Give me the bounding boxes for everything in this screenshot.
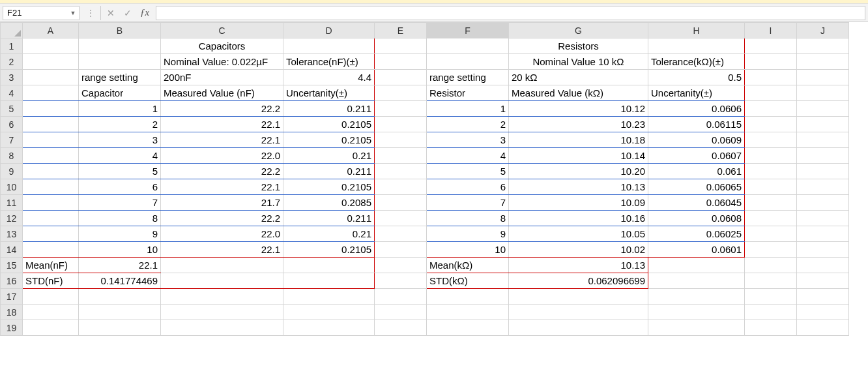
cell[interactable] (745, 54, 797, 70)
cell[interactable]: 0.21 (283, 226, 375, 242)
cell[interactable]: 10.12 (509, 101, 648, 117)
row-header[interactable]: 8 (1, 148, 23, 164)
cell[interactable] (509, 289, 648, 305)
cell[interactable]: 0.2105 (283, 179, 375, 195)
row-header[interactable]: 16 (1, 273, 23, 289)
cell[interactable]: 0.2105 (283, 117, 375, 132)
cell[interactable]: Tolerance(nF)(±) (283, 54, 375, 70)
cell[interactable] (23, 148, 79, 164)
cell[interactable] (745, 258, 797, 273)
cell[interactable] (375, 132, 427, 148)
row-header[interactable]: 17 (1, 289, 23, 305)
cell[interactable]: Resistors (509, 38, 648, 54)
row-header[interactable]: 11 (1, 195, 23, 211)
cell[interactable]: 22.0 (161, 148, 283, 164)
cell[interactable]: 0.21 (283, 148, 375, 164)
cell[interactable] (283, 305, 375, 320)
cell[interactable]: Resistor (427, 85, 509, 101)
cell[interactable] (745, 132, 797, 148)
cell[interactable]: 0.211 (283, 101, 375, 117)
cell[interactable] (375, 101, 427, 117)
cell[interactable]: 10 (79, 242, 161, 258)
cell[interactable] (648, 273, 745, 289)
cell[interactable]: 22.0 (161, 226, 283, 242)
row-header[interactable]: 7 (1, 132, 23, 148)
cell[interactable] (375, 258, 427, 273)
cell[interactable]: 0.0607 (648, 148, 745, 164)
cell[interactable] (509, 305, 648, 320)
cell[interactable] (745, 273, 797, 289)
name-box[interactable] (3, 7, 68, 20)
cell[interactable]: 22.1 (161, 132, 283, 148)
cell[interactable]: 10.23 (509, 117, 648, 132)
cell[interactable] (375, 289, 427, 305)
cell[interactable] (745, 101, 797, 117)
cell[interactable]: 1 (427, 101, 509, 117)
cell[interactable] (745, 179, 797, 195)
cell[interactable] (745, 117, 797, 132)
fx-icon[interactable]: ƒx (136, 6, 153, 20)
cell[interactable]: 0.141774469 (79, 273, 161, 289)
cell[interactable]: 22.1 (79, 258, 161, 273)
cell[interactable] (797, 289, 849, 305)
cell[interactable]: range setting (427, 70, 509, 85)
cell[interactable] (375, 211, 427, 226)
cell[interactable]: 22.2 (161, 101, 283, 117)
cell[interactable]: 0.211 (283, 211, 375, 226)
cell[interactable]: Uncertanity(±) (283, 85, 375, 101)
cell[interactable] (797, 148, 849, 164)
cell[interactable] (375, 179, 427, 195)
cell[interactable]: range setting (79, 70, 161, 85)
cell[interactable]: 10.16 (509, 211, 648, 226)
cell[interactable] (23, 164, 79, 179)
formula-input[interactable] (156, 6, 865, 20)
cell[interactable] (797, 305, 849, 320)
cell[interactable] (797, 226, 849, 242)
row-header[interactable]: 5 (1, 101, 23, 117)
cell[interactable] (427, 305, 509, 320)
cell[interactable]: Measured Value (kΩ) (509, 85, 648, 101)
cell[interactable]: 20 kΩ (509, 70, 648, 85)
cell[interactable]: 0.0608 (648, 211, 745, 226)
cell[interactable] (23, 305, 79, 320)
cell[interactable]: 0.5 (648, 70, 745, 85)
cell[interactable]: 6 (79, 179, 161, 195)
cell[interactable]: 9 (79, 226, 161, 242)
name-box-dropdown-icon[interactable]: ▼ (68, 10, 78, 16)
cell[interactable]: 5 (79, 164, 161, 179)
cell[interactable] (509, 320, 648, 336)
cell[interactable] (797, 164, 849, 179)
cell[interactable] (23, 101, 79, 117)
enter-icon[interactable]: ✓ (119, 6, 136, 20)
cell[interactable] (161, 289, 283, 305)
cell[interactable] (161, 258, 283, 273)
col-header-B[interactable]: B (79, 23, 161, 38)
cell[interactable] (745, 305, 797, 320)
cell[interactable]: 0.06115 (648, 117, 745, 132)
cell[interactable]: 0.0609 (648, 132, 745, 148)
cell[interactable] (427, 289, 509, 305)
col-header-A[interactable]: A (23, 23, 79, 38)
cell[interactable] (427, 320, 509, 336)
cell[interactable]: Nominal Value 10 kΩ (509, 54, 648, 70)
cell[interactable] (797, 273, 849, 289)
cell[interactable]: 10 (427, 242, 509, 258)
cell[interactable]: 200nF (161, 70, 283, 85)
cell[interactable] (283, 258, 375, 273)
cell[interactable] (23, 211, 79, 226)
cell[interactable]: 8 (427, 211, 509, 226)
cell[interactable] (745, 211, 797, 226)
cell[interactable]: 0.2085 (283, 195, 375, 211)
cell[interactable] (797, 132, 849, 148)
cell[interactable] (797, 258, 849, 273)
row-header[interactable]: 19 (1, 320, 23, 336)
cell[interactable]: 2 (427, 117, 509, 132)
cell[interactable] (79, 38, 161, 54)
cell[interactable]: 2 (79, 117, 161, 132)
cell[interactable]: 10.18 (509, 132, 648, 148)
cell[interactable] (648, 305, 745, 320)
cell[interactable] (161, 320, 283, 336)
cell[interactable] (797, 211, 849, 226)
cell[interactable] (23, 85, 79, 101)
cell[interactable] (797, 179, 849, 195)
